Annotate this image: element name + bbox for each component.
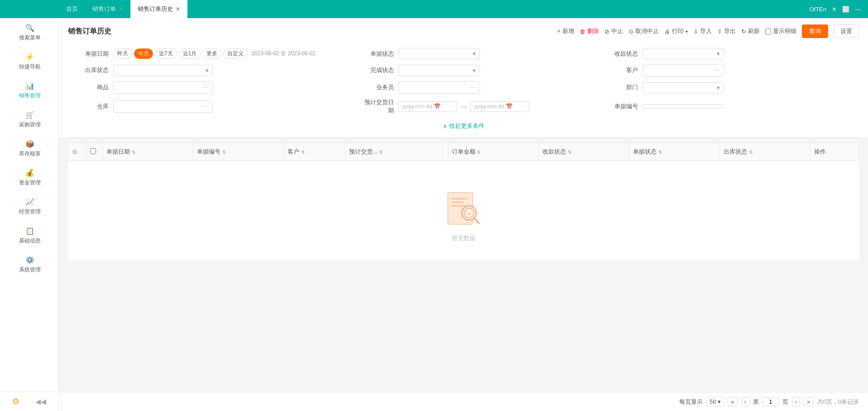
page-number-input[interactable] (762, 397, 779, 406)
delete-button[interactable]: 🗑 删除 (580, 27, 599, 35)
delivery-start-input[interactable]: yyyy-mm-dd 📅 (398, 101, 457, 112)
payment-status-select[interactable]: ▾ (643, 48, 724, 59)
date-btn-more[interactable]: 更多 (202, 48, 221, 59)
sidebar-item-sales-mgmt[interactable]: 📊 销售管理 (0, 76, 58, 105)
delivery-end-cal-icon: 📅 (506, 103, 513, 110)
table-gear-icon[interactable]: ⚙ (72, 149, 77, 155)
last-page-button[interactable]: » (804, 397, 813, 406)
next-page-button[interactable]: › (792, 397, 800, 406)
sidebar-item-ops-mgmt-label: 经营管理 (19, 208, 41, 216)
refresh-button[interactable]: ↻ 刷新 (741, 27, 760, 35)
sidebar-item-quick-nav[interactable]: ⚡ 快捷导航 (0, 47, 58, 76)
set-button[interactable]: 设置 (834, 24, 859, 38)
bill-no-input[interactable] (643, 104, 724, 109)
th-payment-status-label: 收款状态 (542, 148, 566, 155)
top-bar-right: OfTEn ✕ ⬜ — (809, 0, 861, 18)
complete-status-select[interactable]: ▾ (398, 65, 480, 76)
close-sales-order-icon[interactable]: ✕ (119, 6, 123, 12)
display-col-checkbox-label[interactable]: 显示明细 (765, 27, 796, 35)
select-all-checkbox[interactable] (90, 148, 96, 154)
department-chevron-icon: ▾ (717, 84, 720, 91)
collapse-button[interactable]: ∧ 收起更多条件 (77, 119, 850, 133)
sidebar-item-basic-info[interactable]: 📋 基础信息 (0, 221, 58, 250)
sidebar-settings-icon[interactable]: ⚙ (12, 396, 19, 406)
date-btn-custom[interactable]: 自定义 (223, 48, 248, 59)
goods-dots-icon[interactable]: ··· (203, 83, 209, 92)
export-button[interactable]: ⇧ 导出 (717, 27, 736, 35)
delivery-start-placeholder: yyyy-mm-dd (403, 103, 432, 110)
topbar-close-icon[interactable]: ✕ (832, 6, 837, 13)
sidebar-item-search-menu[interactable]: 🔍 搜索菜单 (0, 18, 58, 47)
date-btn-1month[interactable]: 近1月 (179, 48, 201, 59)
close-sales-order-history-icon[interactable]: ✕ (176, 6, 180, 12)
sidebar-item-system[interactable]: ⚙️ 系统管理 (0, 250, 58, 279)
delivery-end-input[interactable]: yyyy-mm-dd 📅 (470, 101, 529, 112)
th-bill-no: 单据编号 ⇅ (193, 143, 284, 161)
import-icon: ⇩ (693, 28, 698, 35)
bill-date-sort-icon[interactable]: ⇅ (132, 150, 135, 155)
first-page-button[interactable]: « (728, 397, 737, 406)
prev-page-button[interactable]: ‹ (741, 397, 749, 406)
date-btn-today[interactable]: 今天 (134, 48, 153, 59)
salesperson-label: 业务员 (362, 83, 398, 92)
tab-sales-order[interactable]: 销售订单 ✕ (85, 0, 130, 18)
sidebar-item-purchase-mgmt-label: 采购管理 (19, 121, 41, 129)
page-size-chevron-icon: ▾ (718, 398, 721, 405)
th-bill-date: 单据日期 ⇅ (103, 143, 193, 161)
th-bill-status-label: 单据状态 (633, 148, 657, 155)
total-text: 共0页，0条记录 (817, 398, 859, 406)
bill-status-sort-icon[interactable]: ⇅ (658, 150, 662, 155)
svg-rect-2 (451, 202, 464, 203)
sidebar-bottom: ⚙ ◀◀ (0, 392, 58, 411)
out-status-sort-icon[interactable]: ⇅ (749, 150, 753, 155)
bill-status-select[interactable]: ▾ (398, 48, 480, 59)
warehouse-select[interactable]: ··· (113, 100, 213, 113)
delivery-date-sort-icon[interactable]: ⇅ (379, 150, 383, 155)
sidebar: 🔍 搜索菜单 ⚡ 快捷导航 📊 销售管理 🛒 采购管理 📦 库存核算 💰 资金管… (0, 18, 59, 411)
display-col-checkbox[interactable] (765, 29, 771, 34)
salesperson-dots-icon[interactable]: ··· (470, 83, 476, 92)
sidebar-item-inventory[interactable]: 📦 库存核算 (0, 134, 58, 163)
sidebar-item-purchase-mgmt[interactable]: 🛒 采购管理 (0, 105, 58, 134)
sidebar-item-finance[interactable]: 💰 资金管理 (0, 163, 58, 192)
topbar-resize-icon[interactable]: ⬜ (842, 6, 849, 13)
goods-select[interactable]: ··· (113, 81, 213, 94)
sidebar-collapse-icon[interactable]: ◀◀ (35, 397, 46, 406)
tab-home[interactable]: 首页 (59, 0, 85, 18)
order-amount-sort-icon[interactable]: ⇅ (477, 150, 480, 155)
topbar-min-icon[interactable]: — (855, 6, 861, 13)
tab-sales-order-history[interactable]: 销售订单历史 ✕ (130, 0, 187, 18)
top-bar: 首页 销售订单 ✕ 销售订单历史 ✕ OfTEn ✕ ⬜ — (0, 0, 868, 18)
delivery-date-value: yyyy-mm-dd 📅 — yyyy-mm-dd 📅 (398, 101, 606, 112)
stop-button[interactable]: ⊘ 中止 (604, 27, 623, 35)
page-size-select[interactable]: 50 ▾ (706, 397, 724, 406)
delivery-end-placeholder: yyyy-mm-dd (475, 103, 504, 110)
date-btn-7days[interactable]: 近7天 (155, 48, 177, 59)
out-status-select[interactable]: ▾ (113, 65, 213, 76)
delete-label: 删除 (587, 27, 599, 35)
bill-status-chevron-icon: ▾ (473, 50, 476, 57)
empty-illustration (441, 188, 486, 229)
customer-dots-icon[interactable]: ··· (714, 66, 719, 74)
warehouse-dots-icon[interactable]: ··· (203, 102, 209, 111)
payment-status-label: 收款状态 (606, 50, 643, 58)
payment-status-sort-icon[interactable]: ⇅ (568, 150, 571, 155)
sidebar-item-ops-mgmt[interactable]: 📈 经营管理 (0, 192, 58, 221)
new-button[interactable]: + 新增 (557, 27, 574, 35)
svg-point-7 (467, 212, 468, 213)
salesperson-select[interactable]: ··· (398, 81, 480, 94)
date-btn-yesterday[interactable]: 昨天 (113, 48, 132, 59)
th-action: 操作 (810, 143, 859, 161)
th-out-status-label: 出库状态 (724, 148, 747, 155)
customer-sort-icon[interactable]: ⇅ (301, 150, 305, 155)
customer-select[interactable]: ··· (643, 64, 724, 77)
salesperson-value: ··· (398, 81, 606, 94)
import-button[interactable]: ⇩ 导入 (693, 27, 712, 35)
department-select[interactable]: ▾ (643, 82, 724, 93)
bill-no-sort-icon[interactable]: ⇅ (222, 150, 226, 155)
delivery-date-label: 预计交货日期 (362, 98, 398, 115)
th-delivery-date: 预计交货... ⇅ (345, 143, 448, 161)
print-button[interactable]: 🖨 打印 ▾ (664, 27, 688, 35)
cancel-stop-button[interactable]: ⊙ 取消中止 (628, 27, 659, 35)
query-button[interactable]: 查询 (802, 24, 828, 38)
